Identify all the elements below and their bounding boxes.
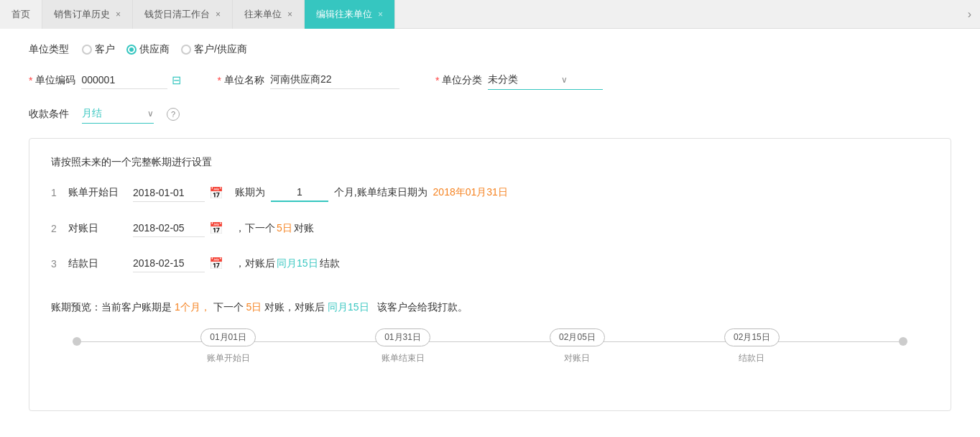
settings-title: 请按照未来的一个完整帐期进行设置 bbox=[51, 156, 929, 169]
main-content: 单位类型 客户 供应商 客户/供应商 * 单位编码 ⊟ * 单位名称 bbox=[0, 29, 980, 437]
timeline-end-dot bbox=[899, 337, 907, 346]
tab-sales-order-history[interactable]: 销售订单历史 × bbox=[42, 0, 133, 29]
desc-suffix-1: 个月,账单结束日期为 bbox=[334, 186, 427, 199]
radio-both[interactable]: 客户/供应商 bbox=[181, 43, 247, 56]
timeline-container: 01月01日 账单开始日 01月31日 账单结束日 02月0 bbox=[51, 328, 929, 393]
required-star-code: * bbox=[29, 75, 32, 86]
required-star-category: * bbox=[435, 75, 439, 86]
radio-circle-customer bbox=[82, 45, 92, 55]
timeline-marker-3: 02月05日 bbox=[550, 328, 605, 346]
radio-supplier[interactable]: 供应商 bbox=[126, 43, 170, 56]
desc-suffix-2: 对账 bbox=[294, 222, 314, 235]
row-num-1: 1 bbox=[51, 187, 68, 198]
calendar-icon-3[interactable]: 📅 bbox=[209, 257, 223, 270]
timeline-start-dot bbox=[73, 337, 81, 346]
row-label-1: 账单开始日 bbox=[68, 186, 119, 199]
end-date-highlight: 2018年01月31日 bbox=[433, 186, 508, 199]
tab-more-arrow[interactable]: › bbox=[959, 8, 980, 21]
tab-partner-units[interactable]: 往来单位 × bbox=[233, 0, 305, 29]
timeline-node-1: 01月01日 账单开始日 bbox=[200, 328, 256, 364]
start-date-input[interactable] bbox=[133, 184, 205, 202]
close-tab-edit-partner[interactable]: × bbox=[378, 9, 383, 19]
payment-terms-arrow-icon: ∨ bbox=[147, 109, 154, 119]
timeline-end bbox=[899, 328, 907, 346]
timeline-node-2: 01月31日 账单结束日 bbox=[375, 328, 430, 364]
unit-category-label: 单位分类 bbox=[442, 74, 482, 87]
unit-type-row: 单位类型 客户 供应商 客户/供应商 bbox=[29, 43, 951, 56]
unit-category-arrow-icon: ∨ bbox=[561, 75, 568, 85]
preview-orange-2: 5日 bbox=[246, 301, 262, 313]
required-star-name: * bbox=[217, 75, 221, 86]
tab-bar: 首页 销售订单历史 × 钱货日清工作台 × 往来单位 × 编辑往来单位 × › bbox=[0, 0, 980, 29]
preview-prefix: 账期预览：当前客户账期是 bbox=[51, 301, 172, 313]
timeline-label-2: 账单结束日 bbox=[382, 352, 425, 364]
close-tab-partner-units[interactable]: × bbox=[287, 9, 292, 19]
unit-code-group: * 单位编码 ⊟ bbox=[29, 71, 181, 89]
reconcile-date-input[interactable] bbox=[133, 219, 205, 237]
unit-type-radio-group: 客户 供应商 客户/供应商 bbox=[82, 43, 247, 56]
timeline-nodes: 01月01日 账单开始日 01月31日 账单结束日 02月0 bbox=[51, 328, 929, 364]
timeline-marker-1: 01月01日 bbox=[200, 328, 256, 346]
tab-home[interactable]: 首页 bbox=[0, 0, 42, 29]
unit-name-group: * 单位名称 bbox=[217, 71, 399, 89]
tab-edit-partner[interactable]: 编辑往来单位 × bbox=[305, 0, 395, 29]
unit-code-input[interactable] bbox=[81, 71, 167, 89]
payment-date-input[interactable] bbox=[133, 254, 205, 272]
timeline-marker-2: 01月31日 bbox=[375, 328, 430, 346]
unit-name-label: 单位名称 bbox=[224, 74, 264, 87]
setting-row-2: 2 对账日 📅 ，下一个 5日 对账 bbox=[51, 219, 929, 237]
radio-circle-supplier bbox=[126, 45, 137, 55]
radio-customer[interactable]: 客户 bbox=[82, 43, 115, 56]
unit-code-label: 单位编码 bbox=[35, 74, 75, 87]
timeline-node-3: 02月05日 对账日 bbox=[550, 328, 605, 364]
preview-mid-2: 对账，对账后 bbox=[264, 301, 325, 313]
payment-day-highlight: 同月15日 bbox=[277, 257, 318, 270]
timeline-label-1: 账单开始日 bbox=[207, 352, 250, 364]
timeline-start bbox=[73, 328, 81, 346]
timeline-node-4: 02月15日 结款日 bbox=[724, 328, 780, 364]
preview-text: 账期预览：当前客户账期是 1个月， 下一个 5日 对账，对账后 同月15日 该客… bbox=[51, 301, 929, 314]
period-input[interactable] bbox=[271, 183, 328, 202]
setting-row-1: 1 账单开始日 📅 账期为 个月,账单结束日期为 2018年01月31日 bbox=[51, 183, 929, 202]
preview-section: 账期预览：当前客户账期是 1个月， 下一个 5日 对账，对账后 同月15日 该客… bbox=[51, 290, 929, 393]
setting-row-3: 3 结款日 📅 ，对账后 同月15日 结款 bbox=[51, 254, 929, 272]
timeline-label-4: 结款日 bbox=[739, 352, 764, 364]
calendar-icon-1[interactable]: 📅 bbox=[209, 186, 223, 200]
preview-orange-1: 1个月， bbox=[175, 301, 211, 313]
settings-box: 请按照未来的一个完整帐期进行设置 1 账单开始日 📅 账期为 个月,账单结束日期… bbox=[29, 138, 951, 411]
timeline-marker-4: 02月15日 bbox=[724, 328, 780, 346]
radio-supplier-label: 供应商 bbox=[139, 43, 170, 56]
desc-prefix-3: ，对账后 bbox=[235, 257, 275, 270]
row-num-2: 2 bbox=[51, 223, 68, 234]
row-num-3: 3 bbox=[51, 258, 68, 270]
payment-terms-label: 收款条件 bbox=[29, 108, 69, 121]
copy-icon[interactable]: ⊟ bbox=[172, 73, 181, 87]
unit-category-group: * 单位分类 未分类 ∨ bbox=[435, 70, 603, 90]
radio-customer-label: 客户 bbox=[95, 43, 115, 56]
tab-cash-work[interactable]: 钱货日清工作台 × bbox=[133, 0, 233, 29]
payment-terms-value: 月结 bbox=[82, 107, 102, 120]
unit-category-dropdown[interactable]: 未分类 ∨ bbox=[488, 70, 603, 90]
radio-both-label: 客户/供应商 bbox=[194, 43, 247, 56]
payment-terms-dropdown[interactable]: 月结 ∨ bbox=[82, 104, 154, 124]
close-tab-sales-order-history[interactable]: × bbox=[116, 9, 121, 19]
row-desc-1: 账期为 个月,账单结束日期为 2018年01月31日 bbox=[235, 183, 508, 202]
reconcile-day-highlight: 5日 bbox=[277, 222, 292, 235]
unit-name-input[interactable] bbox=[270, 71, 399, 89]
unit-category-value: 未分类 bbox=[488, 73, 518, 86]
desc-prefix-2: ，下一个 bbox=[235, 222, 275, 235]
unit-type-label: 单位类型 bbox=[29, 43, 69, 56]
timeline-label-3: 对账日 bbox=[564, 352, 590, 364]
close-tab-cash-work[interactable]: × bbox=[216, 9, 221, 19]
radio-circle-both bbox=[181, 45, 191, 55]
payment-terms-row: 收款条件 月结 ∨ ? bbox=[29, 104, 951, 124]
desc-suffix-3: 结款 bbox=[320, 257, 340, 270]
row-label-2: 对账日 bbox=[68, 222, 119, 235]
preview-suffix: 该客户会给我打款。 bbox=[377, 301, 468, 313]
help-icon[interactable]: ? bbox=[167, 108, 180, 121]
calendar-icon-2[interactable]: 📅 bbox=[209, 221, 223, 235]
row-desc-3: ，对账后 同月15日 结款 bbox=[235, 257, 340, 270]
preview-mid-1: 下一个 bbox=[213, 301, 244, 313]
preview-teal-1: 同月15日 bbox=[328, 301, 369, 313]
unit-fields-row: * 单位编码 ⊟ * 单位名称 * 单位分类 未分类 ∨ bbox=[29, 70, 951, 90]
